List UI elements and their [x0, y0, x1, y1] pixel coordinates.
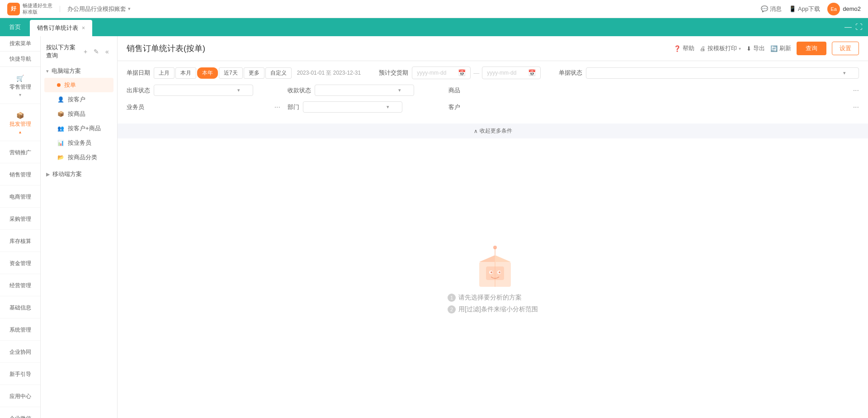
filter-group-dept: 部门 ▾ — [288, 101, 441, 113]
page-title: 销售订单统计表(按单) — [127, 43, 205, 54]
filter-row-extra: 业务员 ··· 部门 ▾ 客户 — [127, 101, 859, 113]
date-btn-group: 上月 本月 本年 近7天 更多 自定义 — [154, 67, 292, 79]
date-btn-7days[interactable]: 近7天 — [219, 67, 243, 79]
help-btn[interactable]: ❓ 帮助 — [674, 44, 694, 52]
sidebar-quick-nav[interactable]: 快捷导航 — [0, 52, 40, 67]
query-btn[interactable]: 查询 — [797, 42, 826, 55]
customer-more-btn[interactable]: ··· — [853, 103, 859, 111]
date-btn-more[interactable]: 更多 — [244, 67, 264, 79]
sidebar-item-basic[interactable]: 基础信息 — [0, 296, 40, 318]
topbar-right: 💬 消息 📱 App下载 Ea demo2 — [761, 3, 861, 15]
tab-active[interactable]: 销售订单统计表 × — [30, 20, 92, 36]
sidebar-item-retail[interactable]: 🛒 零售管理 ▾ — [0, 67, 40, 104]
chevron-down-icon[interactable]: ▾ — [128, 6, 131, 12]
sidebar-item-management[interactable]: 经营管理 — [0, 274, 40, 296]
svg-marker-2 — [495, 255, 511, 262]
filter-group-bill-status: 单据状态 ▾ — [559, 67, 859, 79]
chevron-down-icon: ▾ — [739, 46, 741, 51]
sidebar-item-sales[interactable]: 销售管理 — [0, 163, 40, 185]
setting-btn[interactable]: 设置 — [832, 42, 859, 55]
scheme-item-goods-category[interactable]: 📂 按商品分类 — [44, 150, 113, 165]
maximize-icon[interactable]: ⛶ — [855, 23, 863, 31]
topbar: 好 畅捷通好生意 标准版 办公用品行业模拟账套 ▾ 💬 消息 📱 App下载 E… — [0, 0, 868, 18]
scheme-mobile-group-header[interactable]: ▶ 移动端方案 — [41, 165, 117, 181]
page-header-row: 销售订单统计表(按单) ❓ 帮助 🖨 按模板打印 ▾ ⬇ — [127, 42, 859, 55]
sidebar-item-ecommerce[interactable]: 电商管理 — [0, 185, 40, 208]
sidebar-item-inventory[interactable]: 库存核算 — [0, 230, 40, 252]
empty-state-tips: 1 请先选择要分析的方案 2 用[过滤]条件来缩小分析范围 — [448, 294, 538, 317]
filter-group-salesman: 业务员 ··· — [127, 103, 280, 111]
sidebar-item-appstore[interactable]: 应用中心 — [0, 385, 40, 407]
logo-text: 畅捷通好生意 标准版 — [23, 3, 52, 14]
sidebar-item-corp[interactable]: 企业协同 — [0, 341, 40, 363]
svg-point-10 — [493, 246, 497, 249]
empty-illustration — [466, 239, 520, 285]
filter-group-customer: 客户 ··· — [448, 103, 859, 111]
date-btn-lastmonth[interactable]: 上月 — [154, 67, 175, 79]
sidebar-item-guide[interactable]: 新手引导 — [0, 363, 40, 385]
scheme-item-salesman[interactable]: 📊 按业务员 — [44, 136, 113, 150]
refresh-btn[interactable]: 🔄 刷新 — [770, 44, 791, 52]
collapse-bar[interactable]: ∧ 收起更多条件 — [118, 124, 868, 138]
scheme-desktop-group: ▾ 电脑端方案 按单 👤 按客户 📦 按商品 👥 — [41, 64, 117, 165]
logo-icon: 好 — [7, 3, 20, 15]
expected-date-end[interactable]: yyyy-mm-dd 📅 — [482, 66, 541, 79]
filter-group-expected-date: 预计交货期 yyyy-mm-dd 📅 — yyyy-mm-dd 📅 — [379, 66, 541, 79]
page-header: 销售订单统计表(按单) ❓ 帮助 🖨 按模板打印 ▾ ⬇ — [118, 36, 868, 61]
main-layout: 搜索菜单 快捷导航 🛒 零售管理 ▾ 📦 批发管理 ▴ 营销推广 销售管理 电商… — [0, 36, 868, 418]
tab-close-icon[interactable]: × — [82, 25, 85, 31]
date-btn-custom[interactable]: 自定义 — [265, 67, 292, 79]
date-btn-thismonth[interactable]: 本月 — [175, 67, 196, 79]
user-area[interactable]: Ea demo2 — [827, 3, 861, 15]
print-btn[interactable]: 🖨 按模板打印 ▾ — [700, 44, 741, 52]
scheme-item-customer-goods[interactable]: 👥 按客户+商品 — [44, 121, 113, 136]
logo-area: 好 畅捷通好生意 标准版 — [7, 3, 52, 15]
expected-date-start[interactable]: yyyy-mm-dd 📅 — [412, 66, 471, 79]
dept-select[interactable]: ▾ — [303, 101, 402, 113]
goods-more-btn[interactable]: ··· — [853, 86, 859, 95]
sidebar-item-finance[interactable]: 资金管理 — [0, 252, 40, 274]
collect-status-select[interactable]: ▾ — [315, 85, 414, 96]
export-btn[interactable]: ⬇ 导出 — [746, 44, 765, 52]
sidebar-item-purchase[interactable]: 采购管理 — [0, 208, 40, 230]
calendar-icon: 📅 — [458, 69, 466, 76]
chevron-down-icon: ▾ — [398, 87, 401, 93]
app-download-btn[interactable]: 📱 App下载 — [789, 5, 820, 13]
filter-group-out-status: 出库状态 ▾ — [127, 85, 280, 96]
bill-status-select[interactable]: ▾ — [586, 67, 859, 79]
scheme-item-customer[interactable]: 👤 按客户 — [44, 92, 113, 107]
sidebar-item-system[interactable]: 系统管理 — [0, 318, 40, 341]
scheme-item-order[interactable]: 按单 — [44, 78, 113, 92]
svg-point-8 — [499, 271, 500, 273]
scheme-collapse-btn[interactable]: « — [103, 47, 112, 56]
message-icon: 💬 — [761, 5, 768, 12]
sidebar-item-wholesale[interactable]: 📦 批发管理 ▴ — [0, 104, 40, 141]
help-icon: ❓ — [674, 45, 681, 52]
content-area: 按以下方案查询 + ✎ « ▾ 电脑端方案 按单 👤 — [41, 36, 868, 418]
svg-point-7 — [491, 271, 492, 273]
sidebar-item-marketing[interactable]: 营销推广 — [0, 141, 40, 163]
svg-marker-1 — [479, 255, 495, 262]
svg-rect-4 — [486, 266, 504, 280]
filter-group-date: 单据日期 上月 本月 本年 近7天 更多 自定义 2023-01-01 至 20… — [127, 67, 361, 79]
filter-row-status: 出库状态 ▾ 收款状态 ▾ 商品 — [127, 85, 859, 96]
sidebar-search[interactable]: 搜索菜单 — [0, 36, 40, 52]
expected-date-wrapper: yyyy-mm-dd 📅 — yyyy-mm-dd 📅 — [412, 66, 541, 79]
scheme-group-header[interactable]: ▾ 电脑端方案 — [44, 64, 113, 78]
chevron-down-icon: ▾ — [843, 70, 846, 76]
filter-area: 单据日期 上月 本月 本年 近7天 更多 自定义 2023-01-01 至 20… — [118, 61, 868, 124]
salesman-more-btn[interactable]: ··· — [274, 103, 280, 111]
sidebar-item-wechat[interactable]: 企业微信 — [0, 407, 40, 418]
message-btn[interactable]: 💬 消息 — [761, 5, 782, 13]
print-icon: 🖨 — [700, 45, 706, 52]
empty-state: 1 请先选择要分析的方案 2 用[过滤]条件来缩小分析范围 — [118, 138, 868, 418]
date-btn-thisyear[interactable]: 本年 — [197, 67, 218, 79]
scheme-add-btn[interactable]: + — [81, 47, 90, 56]
minimize-icon[interactable]: — — [844, 23, 852, 31]
page-actions: ❓ 帮助 🖨 按模板打印 ▾ ⬇ 导出 🔄 — [674, 42, 859, 55]
scheme-item-goods[interactable]: 📦 按商品 — [44, 107, 113, 121]
scheme-edit-btn[interactable]: ✎ — [92, 47, 101, 56]
out-status-select[interactable]: ▾ — [154, 85, 253, 96]
scheme-panel-header: 按以下方案查询 + ✎ « — [41, 41, 117, 64]
tab-home[interactable]: 首页 — [0, 18, 30, 36]
